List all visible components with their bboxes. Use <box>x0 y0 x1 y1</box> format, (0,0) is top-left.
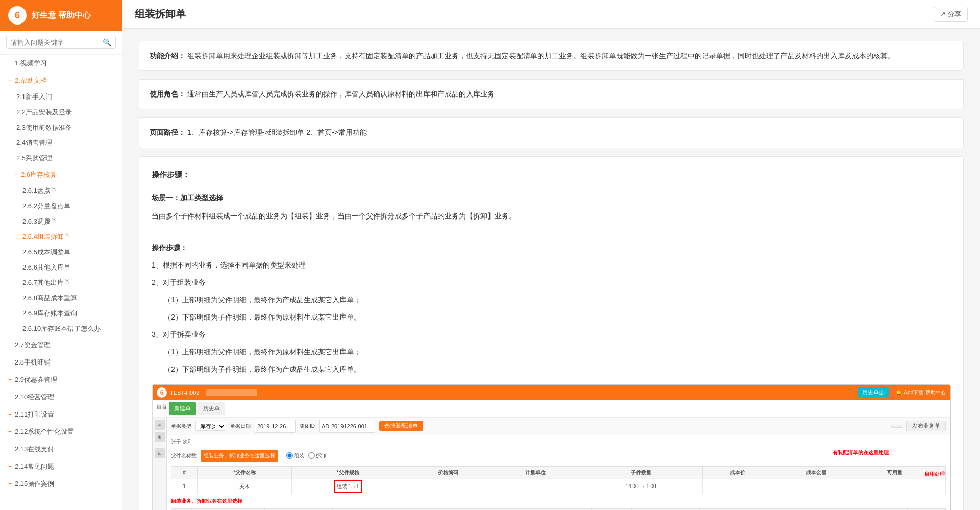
sidebar-item-video[interactable]: + 1.视频学习 <box>0 55 122 72</box>
screenshot-count: 张子 次6 <box>171 436 190 447</box>
cell-price-code <box>404 479 492 494</box>
screenshot-sidebar-left: ≡ ⊕ ⊡ <box>153 418 167 510</box>
plus-icon: + <box>8 342 12 349</box>
step1: 1、根据不同的业务，选择不同单据的类型来处理 <box>152 258 951 272</box>
app-logo: 6 <box>8 6 27 25</box>
screenshot-table-sub: # *子件名称 规格型号 换算规格 数量/单位 单价 子件成本 <box>171 508 946 510</box>
screenshot-org-badge: 组装业务，拆卸业务在这里选择 <box>201 450 278 462</box>
sidebar-item-ledger-query[interactable]: 2.6.9库存账本查询 <box>0 306 122 321</box>
minus-icon: − <box>8 77 12 84</box>
plus-icon: + <box>8 463 12 470</box>
step2: 2、对于组装业务 <box>152 275 951 289</box>
topbar: 组装拆卸单 ↗ 分享 <box>122 0 980 29</box>
screenshot-container: 6 TEST-H002 历史单据 🔔 App下载 帮助中心 <box>152 384 951 510</box>
sidebar-item-online-pay[interactable]: + 2.13在线支付 <box>0 441 122 458</box>
cell-available <box>860 479 929 494</box>
sidebar-item-print[interactable]: + 2.11打印设置 <box>0 406 122 423</box>
screenshot-select-btn[interactable]: 选择装配清单 <box>379 421 423 431</box>
app-title: 好生意 帮助中心 <box>32 10 91 21</box>
sidebar-item-adjustment[interactable]: 2.6.3调拨单 <box>0 214 122 229</box>
plus-icon: + <box>8 411 12 418</box>
main-content: 组装拆卸单 ↗ 分享 功能介绍： 组装拆卸单用来处理企业组装或拆卸等加工业务，支… <box>122 0 980 510</box>
plus-icon: + <box>8 60 12 67</box>
col-spec: *父件规格 <box>292 466 404 479</box>
sidebar-item-label: 2.8手机旺铺 <box>15 358 51 367</box>
sidebar-item-stocktake[interactable]: 2.6.1盘点单 <box>0 183 122 199</box>
screenshot-code-value: AD-20191226-001 <box>319 420 375 433</box>
screenshot-btn-new[interactable]: 历史单据 <box>858 387 889 397</box>
sidebar-item-coupon[interactable]: + 2.9优惠券管理 <box>0 371 122 388</box>
annotation-2: 组装业务、拆卸业务在这里选择 <box>171 496 946 506</box>
intro-label: 功能介绍： <box>150 52 185 60</box>
cell-ops <box>929 479 946 494</box>
sidebar-item-system[interactable]: + 2.12系统个性化设置 <box>0 423 122 441</box>
share-button[interactable]: ↗ 分享 <box>934 7 968 22</box>
screenshot-more-btn[interactable]: 发布业务单 <box>906 421 946 431</box>
intro-block: 功能介绍： 组装拆卸单用来处理企业组装或拆卸等加工业务，支持有固定装配清单的产品… <box>139 41 964 71</box>
sidebar-item-newbie[interactable]: 2.1新手入门 <box>0 89 122 105</box>
col-cost-amount: 成本金额 <box>772 466 860 479</box>
screenshot-date-value: 2019-12-26 <box>255 420 296 433</box>
sidebar-item-cost-adj[interactable]: 2.6.5成本调整单 <box>0 245 122 260</box>
step3a: （1）上部明细为父件明细，最终作为原材料生成某它出库单； <box>152 345 951 359</box>
path-text: 1、库存核算->库存管理->组装拆卸单 2、首页->常用功能 <box>187 128 367 136</box>
screenshot-tab-history[interactable]: 历史单 <box>198 402 225 415</box>
sidebar-item-ops[interactable]: + 2.10经营管理 <box>0 388 122 406</box>
sidebar-item-cost-recalc[interactable]: 2.6.8商品成本重算 <box>0 290 122 306</box>
screenshot-action-btn[interactable] <box>891 425 902 428</box>
steps-title: 操作步骤： <box>152 167 951 182</box>
sidebar-item-docs[interactable]: − 2.帮助文档 <box>0 72 122 89</box>
scene1-desc: 当由多个子件材料组装成一个成品的业务为【组装】业务，当由一个父件拆分成多个子产品… <box>152 209 951 223</box>
content-area: 功能介绍： 组装拆卸单用来处理企业组装或拆卸等加工业务，支持有固定装配清单的产品… <box>122 29 980 510</box>
role-block: 使用角色： 通常由生产人员或库管人员完成拆装业务的操作，库管人员确认原材料的出库… <box>139 79 964 109</box>
sidebar-item-install[interactable]: 2.2产品安装及登录 <box>0 105 122 120</box>
sidebar-item-sales[interactable]: 2.4销售管理 <box>0 135 122 151</box>
screenshot-type-select[interactable]: 库存类型 <box>195 422 226 431</box>
sidebar-item-ledger-error[interactable]: 2.6.10库存账本错了怎么办 <box>0 321 122 336</box>
search-icon[interactable]: 🔍 <box>103 38 111 46</box>
screenshot-section-label: 父件名称数 <box>171 451 197 461</box>
sidebar-item-assembly[interactable]: 2.6.4组装拆卸单 <box>0 229 122 245</box>
sidebar-item-cases[interactable]: + 2.15操作案例 <box>0 475 122 493</box>
screenshot-tab-new[interactable]: 新建单 <box>169 402 196 415</box>
sidebar-item-other-out[interactable]: 2.6.7其他出库单 <box>0 275 122 290</box>
screenshot-id: TEST-H002 <box>170 387 199 398</box>
sidebar-item-label: 2.11打印设置 <box>15 410 54 419</box>
screenshot-form-row: 单据类型 库存类型 单据日期 2019-12-26 集团ID AD-201912… <box>167 418 950 435</box>
sw-icon-2: ⊕ <box>155 432 165 442</box>
col-available: 可用量 <box>860 466 929 479</box>
share-icon: ↗ <box>940 10 946 18</box>
path-block: 页面路径： 1、库存核算->库存管理->组装拆卸单 2、首页->常用功能 <box>139 117 964 148</box>
sidebar-inventory-label: 2.6库存核算 <box>21 170 57 179</box>
sidebar-item-purchase[interactable]: 2.5采购管理 <box>0 151 122 166</box>
sidebar-item-data-prep[interactable]: 2.3使用前数据准备 <box>0 120 122 135</box>
sidebar-item-inventory[interactable]: − 2.6库存核算 <box>0 166 122 183</box>
sidebar-item-faq[interactable]: + 2.14常见问题 <box>0 458 122 475</box>
sidebar-item-other-in[interactable]: 2.6.6其他入库单 <box>0 260 122 275</box>
cell-spec: 组装 1→1 <box>292 479 404 494</box>
sidebar-item-partial-stocktake[interactable]: 2.6.2分量盘点单 <box>0 199 122 214</box>
sidebar-item-mobile[interactable]: + 2.8手机旺铺 <box>0 354 122 371</box>
search-wrap[interactable]: 🔍 <box>6 36 116 49</box>
cell-qty: 14.00 → 1.00 <box>579 479 703 494</box>
screenshot-code-label: 集团ID <box>300 421 315 431</box>
sidebar-item-label: 1.视频学习 <box>15 59 47 68</box>
cell-cost-amount <box>772 479 860 494</box>
role-label: 使用角色： <box>150 90 185 98</box>
search-input[interactable] <box>11 39 103 46</box>
screenshot-table-parent: # *父件名称 *父件规格 价格编码 计量单位 子件数量 成本价 <box>171 466 946 494</box>
screenshot-radio-assembly[interactable]: 组装 <box>286 451 304 461</box>
screenshot-radio-disassembly[interactable]: 拆卸 <box>308 451 326 461</box>
sidebar-header: 6 好生意 帮助中心 <box>0 0 122 31</box>
plus-icon: + <box>8 394 12 401</box>
screenshot-date-label2: 单据日期 <box>230 421 251 431</box>
col-num: # <box>172 466 198 479</box>
sidebar-item-label: 2.15操作案例 <box>15 479 54 489</box>
col-unit: 计量单位 <box>492 466 579 479</box>
sw-icon-3: ⊡ <box>155 448 165 458</box>
sidebar-item-finance[interactable]: + 2.7资金管理 <box>0 336 122 354</box>
step2a: （1）上部明细为父件明细，最终作为产成品生成某它入库单； <box>152 293 951 307</box>
scene1-title: 场景一：加工类型选择 <box>152 190 951 205</box>
screenshot-inner: 6 TEST-H002 历史单据 🔔 App下载 帮助中心 <box>152 385 950 510</box>
sidebar: 6 好生意 帮助中心 🔍 + 1.视频学习 − 2.帮助文档 2.1新手入门 2… <box>0 0 122 510</box>
